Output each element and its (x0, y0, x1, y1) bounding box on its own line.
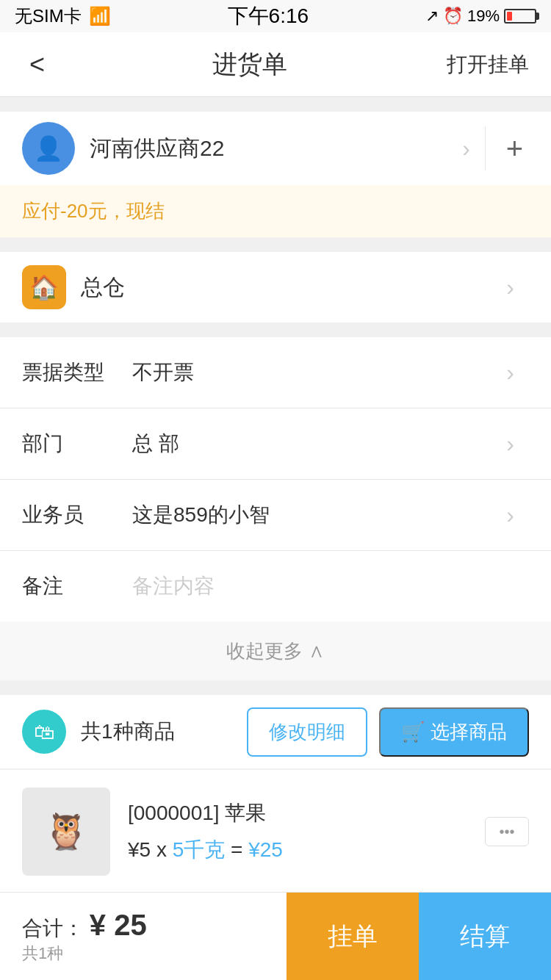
remark-label: 备注 (22, 572, 125, 600)
battery-percent: 19% (467, 7, 500, 26)
select-product-label: 选择商品 (431, 719, 507, 745)
ellipsis-icon: ••• (499, 824, 514, 840)
carrier-text: 无SIM卡 (15, 4, 82, 28)
edit-detail-button[interactable]: 修改明细 (247, 707, 367, 757)
product-item: 🦉 [0000001] 苹果 ¥5 x 5千克 = ¥25 ••• (0, 770, 551, 893)
salesman-value: 这是859的小智 (125, 501, 506, 529)
notice-banner: 应付-20元，现结 (0, 185, 551, 237)
product-name: [0000001] 苹果 (128, 799, 485, 827)
total-section: 合计： ¥ 25 共1种 (0, 909, 287, 965)
page-title: 进货单 (212, 48, 287, 82)
add-supplier-button[interactable]: + (485, 126, 529, 170)
remark-row[interactable]: 备注 备注内容 (0, 551, 551, 621)
product-price: ¥5 x 5千克 = ¥25 (128, 836, 485, 864)
open-hang-button[interactable]: 打开挂单 (447, 51, 529, 79)
remark-input[interactable]: 备注内容 (125, 572, 529, 600)
total-count: 共1种 (22, 943, 264, 965)
select-product-button[interactable]: 🛒 选择商品 (379, 707, 529, 757)
alarm-icon: ⏰ (443, 7, 463, 26)
bottom-bar: 合计： ¥ 25 共1种 挂单 结算 (0, 892, 551, 980)
location-icon: ↗ (425, 7, 439, 26)
ticket-type-row[interactable]: 票据类型 不开票 › (0, 337, 551, 408)
equals-sign: = (231, 838, 248, 861)
warehouse-icon: 🏠 (22, 265, 66, 309)
nav-bar: < 进货单 打开挂单 (0, 32, 551, 97)
checkout-button[interactable]: 结算 (419, 893, 551, 981)
ticket-type-label: 票据类型 (22, 359, 125, 386)
wifi-icon: 📶 (89, 6, 111, 26)
quantity: 5千克 (173, 838, 226, 861)
chevron-right-icon: › (506, 274, 514, 301)
product-title: 苹果 (225, 801, 266, 824)
total-price: ¥25 (248, 838, 283, 861)
notice-text: 应付-20元，现结 (22, 200, 165, 222)
supplier-name: 河南供应商22 (90, 134, 462, 164)
back-button[interactable]: < (22, 42, 52, 87)
warehouse-row[interactable]: 🏠 总仓 › (0, 252, 551, 323)
total-amount: ¥ 25 (90, 909, 147, 941)
checkout-label: 结算 (460, 920, 510, 954)
collapse-row[interactable]: 收起更多 ∧ (0, 621, 551, 680)
total-row: 合计： ¥ 25 (22, 909, 264, 943)
person-icon: 👤 (34, 134, 63, 162)
top-divider (0, 97, 551, 112)
supplier-section: 👤 河南供应商22 › + 应付-20元，现结 (0, 112, 551, 237)
department-row[interactable]: 部门 总 部 › (0, 408, 551, 479)
department-label: 部门 (22, 430, 125, 458)
salesman-row[interactable]: 业务员 这是859的小智 › (0, 480, 551, 550)
chevron-right-icon: › (506, 502, 514, 529)
supplier-row[interactable]: 👤 河南供应商22 › + (0, 112, 551, 185)
salesman-label: 业务员 (22, 501, 125, 529)
owl-icon: 🦉 (44, 811, 88, 852)
chevron-right-icon: › (506, 430, 514, 458)
total-label: 合计： (22, 917, 84, 940)
products-header: 🛍 共1种商品 修改明细 🛒 选择商品 (0, 695, 551, 768)
hang-button[interactable]: 挂单 (287, 893, 419, 981)
cart-icon: 🛒 (401, 721, 425, 743)
chevron-right-icon: › (462, 135, 470, 162)
warehouse-section: 🏠 总仓 › (0, 252, 551, 323)
products-count: 共1种商品 (81, 718, 247, 746)
divider-2 (0, 323, 551, 337)
product-code: [0000001] (128, 801, 220, 824)
chevron-right-icon: › (506, 359, 514, 386)
hang-label: 挂单 (328, 920, 378, 954)
status-right: ↗ ⏰ 19% (425, 7, 536, 26)
unit-price: ¥5 (128, 838, 151, 861)
battery-fill (507, 12, 512, 21)
divider-3 (0, 680, 551, 695)
collapse-label: 收起更多 ∧ (226, 638, 324, 664)
form-section: 票据类型 不开票 › 部门 总 部 › 业务员 这是859的小智 › 备注 备注… (0, 337, 551, 621)
status-time: 下午6:16 (228, 2, 309, 30)
product-more-button[interactable]: ••• (485, 817, 529, 846)
product-thumbnail: 🦉 (22, 788, 110, 876)
ticket-type-value: 不开票 (125, 359, 506, 386)
avatar: 👤 (22, 122, 75, 175)
products-section: 🛍 共1种商品 修改明细 🛒 选择商品 (0, 695, 551, 768)
divider-1 (0, 237, 551, 252)
products-icon: 🛍 (22, 710, 66, 754)
department-value: 总 部 (125, 430, 506, 458)
battery-icon (504, 9, 536, 24)
status-left: 无SIM卡 📶 (15, 4, 111, 28)
warehouse-name: 总仓 (81, 273, 506, 303)
product-info: [0000001] 苹果 ¥5 x 5千克 = ¥25 (128, 799, 485, 864)
plus-icon: + (506, 132, 523, 165)
multiply-sign: x (156, 838, 173, 861)
status-bar: 无SIM卡 📶 下午6:16 ↗ ⏰ 19% (0, 0, 551, 32)
bag-icon: 🛍 (34, 720, 54, 744)
